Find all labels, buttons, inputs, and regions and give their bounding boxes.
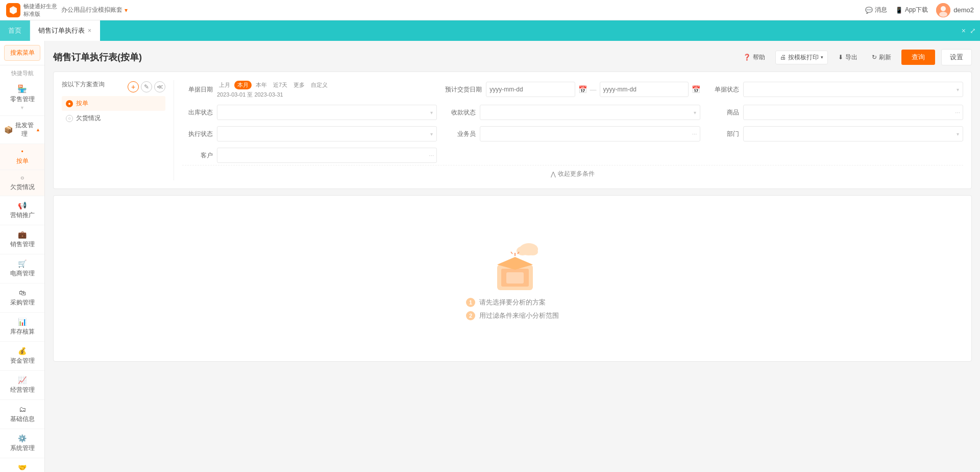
tab-close-icon[interactable]: × — [88, 27, 91, 34]
more-conditions-area: ⋀ 收起更多条件 — [182, 165, 963, 180]
exec-status-select[interactable]: 全部 未完成 已完成 — [217, 126, 437, 141]
exec-status-label: 执行状态 — [182, 130, 213, 138]
app-download-button[interactable]: 📱 App下载 — [895, 6, 928, 14]
delivery-date-range: 📅 — 📅 — [486, 82, 700, 97]
customer-input[interactable] — [217, 148, 437, 163]
breadcrumb: 办公用品行业模拟账套 ▾ — [61, 6, 128, 14]
calendar-end-icon[interactable]: 📅 — [692, 85, 700, 93]
filter-product-row: 商品 ··· — [708, 105, 963, 120]
refresh-button[interactable]: ↻ 刷新 — [868, 51, 895, 64]
out-status-select[interactable]: 全部 未出库 部分出库 全部出库 — [217, 105, 437, 120]
scheme-label: 按以下方案查询 — [62, 80, 105, 89]
sidebar-item-ecommerce[interactable]: 🛒 电商管理 — [0, 254, 44, 284]
delivery-date-end[interactable] — [600, 82, 689, 97]
product-input-wrap: ··· — [743, 105, 963, 120]
exec-status-select-wrap: 全部 未完成 已完成 ▾ — [217, 126, 437, 141]
filter-date-row: 单据日期 上月 本月 本年 近7天 更多 自定义 — [182, 80, 437, 99]
customer-more-icon[interactable]: ··· — [429, 152, 434, 159]
product-input[interactable] — [743, 105, 963, 120]
date-tab-last7[interactable]: 近7天 — [271, 80, 289, 90]
receipt-status-select-wrap: 全部 未收款 部分收款 全部收款 ▾ — [480, 105, 700, 120]
dropdown-arrow-icon: ▾ — [821, 55, 823, 60]
enterprise-icon: 🤝 — [18, 463, 27, 471]
filter-form: 单据日期 上月 本月 本年 近7天 更多 自定义 — [182, 80, 963, 180]
calendar-start-icon[interactable]: 📅 — [578, 85, 587, 93]
out-status-label: 出库状态 — [182, 108, 213, 117]
product-more-icon[interactable]: ··· — [955, 109, 960, 116]
sidebar-item-sales-mgmt[interactable]: 💼 销售管理 — [0, 225, 44, 254]
out-status-select-wrap: 全部 未出库 部分出库 全部出库 ▾ — [217, 105, 437, 120]
sidebar-item-marketing[interactable]: 📢 营销推广 — [0, 196, 44, 225]
sidebar-nav-label: 快捷导航 — [0, 65, 44, 79]
scheme-inactive-circle: ○ — [66, 115, 73, 122]
sidebar-search-area: 搜索菜单 — [0, 41, 44, 65]
sidebar-item-retail-mgmt[interactable]: 🏪 零售管理 ▼ — [0, 79, 44, 116]
tab-window-actions: × ⤢ — [962, 20, 980, 41]
refresh-icon: ↻ — [872, 54, 877, 61]
edit-scheme-button[interactable]: ✎ — [141, 81, 152, 92]
sidebar-item-enterprise[interactable]: 🤝 企业协同 — [0, 458, 44, 472]
help-button[interactable]: ❓ 帮助 — [739, 51, 769, 64]
print-icon: 🖨 — [780, 54, 786, 61]
sidebar-item-basic-info[interactable]: 🗂 基础信息 — [0, 400, 44, 429]
scheme-item-按单[interactable]: ● 按单 — [62, 96, 165, 111]
sidebar-sub-item-按单[interactable]: • 按单 — [0, 144, 44, 170]
sidebar-item-inventory[interactable]: 📊 库存核算 — [0, 313, 44, 342]
window-expand-icon[interactable]: ⤢ — [970, 27, 976, 35]
salesperson-label: 业务员 — [445, 130, 476, 138]
tab-sales-order-exec[interactable]: 销售订单执行表 × — [30, 20, 100, 41]
add-scheme-button[interactable]: + — [128, 81, 139, 92]
svg-rect-6 — [506, 272, 524, 284]
empty-illustration — [487, 237, 538, 288]
date-tab-custom[interactable]: 自定义 — [309, 80, 330, 90]
logo-area: 畅捷通好生意 标准版 — [6, 3, 57, 17]
ecommerce-icon: 🛒 — [18, 259, 27, 268]
date-tab-last-month[interactable]: 上月 — [217, 80, 232, 90]
sidebar-item-finance[interactable]: 💰 资金管理 — [0, 342, 44, 371]
export-button[interactable]: ⬇ 导出 — [834, 51, 862, 64]
finance-icon: 💰 — [18, 347, 27, 355]
sidebar: 搜索菜单 快捷导航 🏪 零售管理 ▼ 📦 批发管理 ▲ • 按单 ○ 欠货情况 — [0, 41, 45, 472]
salesperson-input[interactable] — [480, 126, 700, 141]
sidebar-sub-wholesale: • 按单 ○ 欠货情况 — [0, 144, 44, 196]
date-tab-this-month[interactable]: 本月 — [234, 81, 252, 89]
user-menu[interactable]: demo2 — [936, 3, 974, 17]
filter-dept-row: 部门 ▾ — [708, 126, 963, 141]
tab-home[interactable]: 首页 — [0, 20, 30, 41]
sidebar-item-purchase[interactable]: 🛍 采购管理 — [0, 284, 44, 313]
step-1-number: 1 — [466, 298, 475, 307]
dept-select[interactable] — [743, 126, 963, 141]
message-button[interactable]: 💬 消息 — [865, 6, 887, 14]
sidebar-item-wholesale-mgmt[interactable]: 📦 批发管理 ▲ — [0, 116, 44, 144]
inventory-icon: 📊 — [18, 318, 27, 326]
window-close-icon[interactable]: × — [962, 27, 966, 35]
date-tab-more[interactable]: 更多 — [291, 80, 307, 90]
page-container: 销售订单执行表(按单) ❓ 帮助 🖨 按模板打印 ▾ ⬇ 导出 — [45, 41, 980, 370]
query-button[interactable]: 查询 — [901, 50, 935, 65]
scheme-item-欠货情况[interactable]: ○ 欠货情况 — [62, 111, 165, 126]
more-conditions-button[interactable]: ⋀ 收起更多条件 — [551, 170, 595, 178]
collapse-scheme-button[interactable]: ≪ — [154, 81, 165, 92]
retail-icon: 🏪 — [17, 84, 27, 93]
sidebar-item-sys-mgmt[interactable]: ⚙️ 系统管理 — [0, 429, 44, 458]
template-print-button[interactable]: 🖨 按模板打印 ▾ — [775, 51, 828, 64]
page-actions: ❓ 帮助 🖨 按模板打印 ▾ ⬇ 导出 ↻ 刷新 — [739, 49, 972, 65]
salesperson-more-icon[interactable]: ··· — [692, 130, 697, 137]
sidebar-item-operations[interactable]: 📈 经营管理 — [0, 371, 44, 400]
marketing-icon: 📢 — [18, 201, 27, 209]
empty-step-1: 1 请先选择要分析的方案 — [466, 298, 559, 307]
basic-icon: 🗂 — [19, 405, 26, 413]
doc-status-select[interactable]: 全部 未审核 已审核 — [743, 82, 963, 97]
active-dot: • — [21, 148, 23, 155]
user-avatar — [936, 3, 950, 17]
receipt-status-select[interactable]: 全部 未收款 部分收款 全部收款 — [480, 105, 700, 120]
inactive-circle: ○ — [20, 174, 24, 181]
help-icon: ❓ — [743, 54, 751, 61]
search-menu-button[interactable]: 搜索菜单 — [4, 45, 40, 61]
empty-steps: 1 请先选择要分析的方案 2 用过滤条件来缩小分析范围 — [466, 298, 559, 320]
date-tab-this-year[interactable]: 本年 — [254, 80, 269, 90]
settings-button[interactable]: 设置 — [941, 49, 972, 65]
sidebar-sub-item-欠货情况[interactable]: ○ 欠货情况 — [0, 170, 44, 196]
delivery-date-start[interactable] — [486, 82, 575, 97]
filter-receipt-status-row: 收款状态 全部 未收款 部分收款 全部收款 ▾ — [445, 105, 700, 120]
